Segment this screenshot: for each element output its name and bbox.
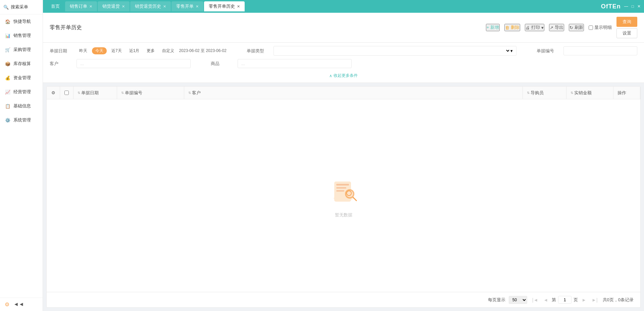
date-btn-7days[interactable]: 近7天 [109, 47, 125, 54]
customer-label: 客户 [50, 61, 70, 67]
toolbar: + 新增 🗑 删除 🖨 打印 ▾ ↗ 导出 ↻ 刷新 [486, 17, 637, 38]
sidebar: 🔍 搜索采单 🏠 快捷导航 📊 销售管理 🛒 采购管理 📦 库存核算 💰 资金管… [0, 0, 43, 311]
window-minimize[interactable]: — [624, 4, 628, 9]
delete-button[interactable]: 🗑 删除 [504, 24, 520, 31]
th-guide[interactable]: ⇅ 导购员 [523, 87, 566, 99]
sort-icon: ⇅ [527, 91, 530, 95]
sidebar-item-inventory[interactable]: 📦 库存核算 [0, 57, 43, 71]
sidebar-item-sys-mgmt[interactable]: ⚙️ 系统管理 [0, 113, 43, 127]
page-label-post: 页 [574, 297, 578, 303]
show-detail-label: 显示明细 [594, 24, 612, 31]
page-input[interactable] [558, 296, 572, 304]
tab-retail-open-history[interactable]: 零售开单历史 ✕ [204, 1, 245, 11]
window-maximize[interactable]: □ [632, 4, 634, 9]
filter-row-2: 客户 商品 [50, 59, 637, 68]
tab-sales-return-history[interactable]: 销货退货历史 ✕ [130, 1, 171, 11]
tab-sales-return-label: 销货退货 [102, 3, 120, 9]
trash-icon: 🗑 [505, 25, 509, 30]
tab-retail-open-close[interactable]: ✕ [196, 5, 199, 8]
brand-label: OfTEn [601, 3, 621, 10]
refresh-button[interactable]: ↻ 刷新 [569, 24, 584, 31]
sidebar-search[interactable]: 🔍 搜索采单 [0, 0, 43, 14]
doc-no-input[interactable] [563, 46, 637, 55]
quick-nav-icon: 🏠 [5, 18, 11, 24]
pagination: 每页显示 10 20 50 100 |◄ ◄ 第 页 ► ►| 共0页，0条记录 [47, 292, 640, 307]
dropdown-icon: ▾ [510, 48, 513, 53]
th-checkbox[interactable] [60, 87, 73, 99]
refresh-icon: ↻ [569, 25, 573, 30]
empty-state: 暂无数据 [47, 99, 640, 292]
tab-sales-return-history-close[interactable]: ✕ [163, 5, 166, 8]
sidebar-item-label: 经营管理 [13, 89, 31, 95]
tab-sales-return-close[interactable]: ✕ [122, 5, 125, 8]
settings-button[interactable]: 设置 [616, 28, 637, 38]
doc-type-select-wrap: ▾ [274, 46, 516, 56]
table-header: ⚙ ⇅ 单据日期 ⇅ 单据编号 ⇅ 客户 ⇅ [47, 87, 640, 99]
collapse-sidebar-icon[interactable]: ◄◄ [13, 301, 24, 308]
sidebar-item-operations[interactable]: 📈 经营管理 [0, 85, 43, 99]
purchase-mgmt-icon: 🛒 [5, 47, 11, 53]
sort-icon: ⇅ [78, 91, 80, 95]
tab-sales-return[interactable]: 销货退货 ✕ [98, 1, 130, 11]
show-detail-toggle[interactable]: 显示明细 [589, 24, 612, 31]
add-button[interactable]: + 新增 [486, 24, 500, 31]
window-close[interactable]: ✕ [637, 4, 641, 9]
customer-input[interactable] [77, 59, 191, 68]
tab-bar: 首页 销售订单 ✕ 销货退货 ✕ 销货退货历史 ✕ 零售开单 ✕ 零售开单历史 … [43, 0, 644, 13]
sidebar-item-sales-mgmt[interactable]: 📊 销售管理 [0, 29, 43, 43]
date-btn-yesterday[interactable]: 昨天 [77, 47, 90, 54]
sidebar-item-finance[interactable]: 💰 资金管理 [0, 71, 43, 85]
page-title: 零售开单历史 [50, 24, 82, 31]
sort-icon: ⇅ [188, 91, 191, 95]
doc-type-select[interactable] [277, 48, 510, 54]
page-header: 零售开单历史 + 新增 🗑 删除 🖨 打印 ▾ ↗ 导出 ↻ [43, 13, 644, 43]
show-detail-checkbox[interactable] [589, 25, 593, 30]
settings-bottom-icon[interactable]: ⚙ [5, 301, 9, 308]
page-nav: |◄ ◄ 第 页 ► ►| [531, 296, 599, 304]
first-page-btn[interactable]: |◄ [531, 297, 540, 303]
sidebar-item-basic-info[interactable]: 📋 基础信息 [0, 99, 43, 113]
tab-sales-order-close[interactable]: ✕ [89, 5, 92, 8]
date-btn-more[interactable]: 更多 [144, 47, 157, 54]
sales-mgmt-icon: 📊 [5, 33, 11, 39]
empty-illustration [327, 173, 360, 207]
content-area: 零售开单历史 + 新增 🗑 删除 🖨 打印 ▾ ↗ 导出 ↻ [43, 13, 644, 311]
prev-page-btn[interactable]: ◄ [542, 297, 550, 303]
print-button[interactable]: 🖨 打印 ▾ [525, 24, 544, 31]
date-btn-today[interactable]: 今天 [92, 47, 107, 54]
page-size-select[interactable]: 10 20 50 100 [509, 296, 527, 304]
tab-sales-order[interactable]: 销售订单 ✕ [65, 1, 97, 11]
goods-input[interactable] [238, 59, 352, 68]
th-amount[interactable]: ⇅ 实销金额 [566, 87, 613, 99]
date-range-display: 2023-06-02 至 2023-06-02 [179, 48, 226, 54]
tab-retail-open-history-close[interactable]: ✕ [237, 5, 240, 8]
tab-retail-open[interactable]: 零售开单 ✕ [171, 1, 203, 11]
page-label-pre: 第 [552, 297, 556, 303]
select-all-checkbox[interactable] [64, 91, 69, 95]
th-customer[interactable]: ⇅ 客户 [184, 87, 523, 99]
sidebar-item-quick-nav[interactable]: 🏠 快捷导航 [0, 14, 43, 29]
date-btn-1month[interactable]: 近1月 [127, 47, 142, 54]
date-btn-custom[interactable]: 自定义 [159, 47, 177, 54]
tab-home[interactable]: 首页 [46, 1, 64, 11]
th-action: 操作 [613, 87, 640, 99]
collapse-icon: ∧ [329, 73, 332, 78]
sidebar-search-label: 搜索采单 [11, 4, 28, 10]
finance-icon: 💰 [5, 75, 11, 81]
collapse-bar[interactable]: ∧ 收起更多条件 [50, 71, 637, 79]
th-no[interactable]: ⇅ 单据编号 [117, 87, 184, 99]
main-area: 首页 销售订单 ✕ 销货退货 ✕ 销货退货历史 ✕ 零售开单 ✕ 零售开单历史 … [43, 0, 644, 311]
sys-mgmt-icon: ⚙️ [5, 117, 11, 123]
th-settings[interactable]: ⚙ [47, 87, 60, 99]
next-page-btn[interactable]: ► [580, 297, 588, 303]
page-size-label: 每页显示 [488, 297, 505, 303]
sidebar-item-purchase-mgmt[interactable]: 🛒 采购管理 [0, 43, 43, 57]
export-button[interactable]: ↗ 导出 [549, 24, 564, 31]
tab-sales-order-label: 销售订单 [70, 3, 87, 9]
query-button[interactable]: 查询 [616, 17, 637, 27]
sort-icon: ⇅ [121, 91, 124, 95]
tab-retail-open-history-label: 零售开单历史 [209, 3, 235, 9]
export-icon: ↗ [550, 25, 553, 30]
last-page-btn[interactable]: ►| [590, 297, 599, 303]
th-date[interactable]: ⇅ 单据日期 [73, 87, 117, 99]
